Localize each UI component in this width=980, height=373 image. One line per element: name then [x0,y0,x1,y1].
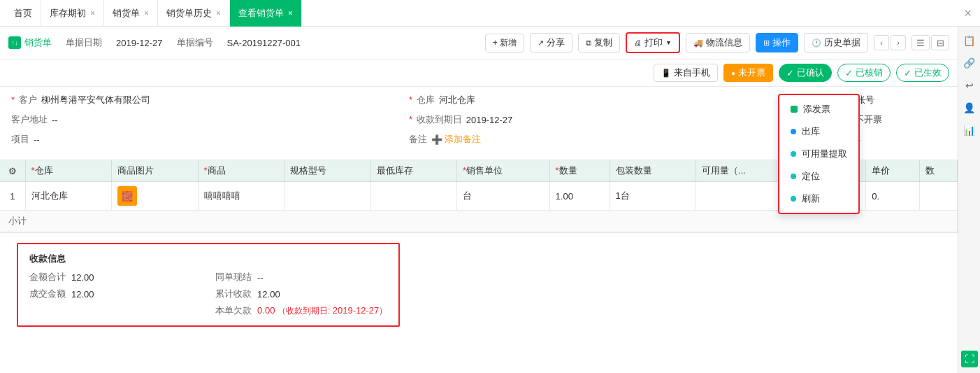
locate-item[interactable]: 定位 [779,165,858,188]
payment-section: 收款信息 金额合计 12.00 同单现结 -- 成交金额 12.00 [17,243,400,327]
row-extra [920,182,958,211]
share-button[interactable]: ↗ 分享 [530,33,572,52]
check-circle-icon: ✓ [845,68,853,78]
plus-icon: ➕ [431,134,442,145]
tab-sales-order[interactable]: 销货单 × [104,0,158,27]
confirm-status-button[interactable]: ✓ 已确认 [779,64,832,82]
copy-button[interactable]: ⧉ 复制 [578,33,620,52]
cumulative-collection-value: 12.00 [257,289,280,300]
close-sales-tab[interactable]: × [144,8,149,18]
tab-view-sales[interactable]: 查看销货单 × [230,0,302,27]
check-icon: ✓ [786,68,794,78]
number-value: SA-20191227-001 [227,38,301,48]
circle-icon: ● [731,69,735,77]
product-thumbnail: 🧱 [117,186,137,206]
total-amount-item: 金额合计 12.00 [29,271,201,283]
number-label: 单据编号 [177,36,213,49]
col-settings[interactable]: ⚙ [0,160,25,182]
operations-dropdown: 添发票 出库 可用量提取 定位 刷新 [778,94,860,214]
col-image: 商品图片 [112,160,199,182]
col-unit-price: 单价 [866,160,920,182]
date-label: 单据日期 [66,36,102,49]
unopened-status-button[interactable]: ● 未开票 [723,64,773,82]
row-no: 1 [0,182,25,211]
row-package-qty: 1台 [610,182,696,211]
operations-button[interactable]: ⊞ 操作 [756,33,798,52]
owed-detail-item: 本单欠款 0.00 （收款到期日: 2019-12-27） [215,304,387,317]
col-product: *商品 [198,160,284,182]
row-sales-unit: 台 [457,182,550,211]
new-button[interactable]: + 新增 [485,34,524,52]
customer-value: 柳州粤港平安气体有限公司 [41,94,150,106]
transaction-amount-value: 12.00 [71,289,94,300]
check-circle2-icon: ✓ [904,68,911,78]
available-extract-item[interactable]: 可用量提取 [779,143,858,165]
add-invoice-icon [791,106,798,113]
col-spec: 规格型号 [284,160,371,182]
tab-inventory-init[interactable]: 库存期初 × [41,0,104,27]
project-value: -- [34,134,89,145]
col-warehouse: *仓库 [25,160,112,182]
copy-icon: ⧉ [586,38,591,48]
close-window-button[interactable]: × [964,6,972,20]
sold-status-button[interactable]: ✓ 已核销 [837,64,891,82]
tab-home[interactable]: 首页 [6,0,41,27]
sidebar-expand-icon[interactable]: ⛶ [961,351,978,367]
sidebar-user-icon[interactable]: 👤 [961,99,978,116]
view-toggle: ☰ ⊟ [911,35,949,50]
truck-icon: 🚚 [693,38,703,48]
customer-field: * 客户 柳州粤港平安气体有限公司 [11,94,409,106]
warehouse-field: * 仓库 河北仓库 [409,94,807,106]
history-icon: 🕐 [812,38,821,48]
doc-meta: 单据日期 2019-12-27 单据编号 SA-20191227-001 [66,36,485,49]
print-button[interactable]: 🖨 打印 ▼ [626,32,680,53]
row-product: 嘻嘻嘻嘻 [198,182,284,211]
same-order-item: 同单现结 -- [215,271,387,283]
right-sidebar: 📋 🔗 ↩ 👤 📊 ⛶ [958,27,980,373]
same-order-value: -- [257,272,264,283]
tab-sales-history[interactable]: 销货单历史 × [158,0,230,27]
address-field: 客户地址 -- [11,113,409,126]
col-sales-unit: *销售单位 [457,160,550,182]
list-view-button[interactable]: ☰ [911,35,930,50]
payment-grid: 金额合计 12.00 同单现结 -- 成交金额 12.00 累计收款 12.00 [29,271,387,317]
phone-status-button[interactable]: 📱 来自手机 [654,64,718,82]
close-history-tab[interactable]: × [216,8,221,18]
add-note-button[interactable]: ➕ 添加备注 [431,133,481,146]
add-invoice-item[interactable]: 添发票 [779,98,858,120]
sidebar-chart-icon[interactable]: 📊 [961,122,978,139]
effective-status-button[interactable]: ✓ 已生效 [896,64,949,82]
sidebar-doc-icon[interactable]: 📋 [961,32,978,49]
next-arrow[interactable]: › [891,35,906,50]
grid-view-button[interactable]: ⊟ [931,35,949,50]
cumulative-collection-item: 累计收款 12.00 [215,288,387,300]
available-extract-icon [791,151,796,157]
refresh-item[interactable]: 刷新 [779,188,858,210]
close-view-tab[interactable]: × [288,8,293,18]
logistics-button[interactable]: 🚚 物流信息 [686,33,750,52]
close-inventory-tab[interactable]: × [90,8,95,18]
sidebar-return-icon[interactable]: ↩ [961,77,978,94]
doc-header: ↑↓ 销货单 单据日期 2019-12-27 单据编号 SA-20191227-… [0,27,958,59]
current-owed-value: 0.00 （收款到期日: 2019-12-27） [257,305,387,317]
ship-out-item[interactable]: 出库 [779,120,858,143]
print-icon: 🖨 [634,38,642,47]
status-bar: 📱 来自手机 ● 未开票 ✓ 已确认 ✓ 已核销 ✓ 已生效 [0,59,958,87]
sidebar-link-icon[interactable]: 🔗 [961,55,978,71]
current-owed-item [29,304,201,317]
prev-arrow[interactable]: ‹ [874,35,889,50]
salesperson-value: -- [855,134,911,145]
note-field: 备注 ➕ 添加备注 [409,133,807,146]
history-button[interactable]: 🕐 历史单据 [804,33,868,52]
payment-section-wrapper: 收款信息 金额合计 12.00 同单现结 -- 成交金额 12.00 [0,233,958,337]
doc-type-badge: ↑↓ 销货单 [8,36,52,49]
payment-title: 收款信息 [29,253,387,265]
date-value: 2019-12-27 [116,38,163,48]
row-image: 🧱 [112,182,199,211]
doc-actions: + 新增 ↗ 分享 ⧉ 复制 🖨 打印 ▼ 🚚 物流信息 [485,32,949,53]
project-field: 项目 -- [11,133,409,146]
col-quantity: *数量 [549,160,610,182]
col-package-qty: 包装数量 [610,160,696,182]
refresh-icon [791,196,796,202]
warehouse-value: 河北仓库 [439,94,495,106]
